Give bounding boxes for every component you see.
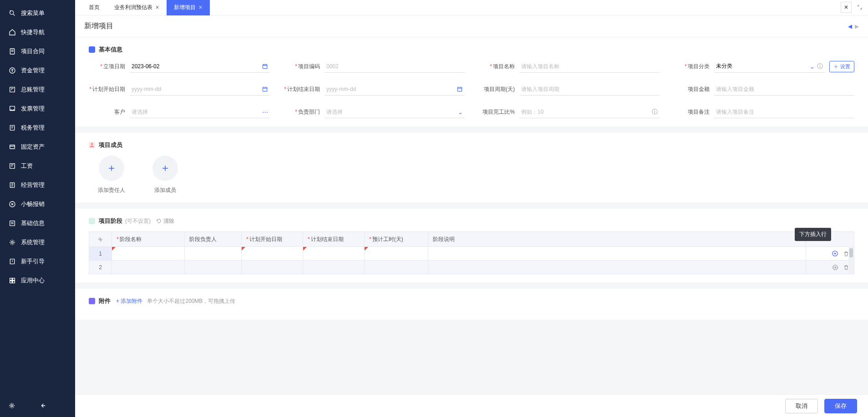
collapse-icon[interactable] [39, 402, 47, 410]
save-button[interactable]: 保存 [824, 399, 857, 413]
plan-end-input[interactable] [325, 83, 465, 95]
calendar-icon[interactable] [457, 86, 463, 92]
tab-profit-report[interactable]: 业务利润预估表 ✕ [107, 0, 167, 15]
cell-hours[interactable] [365, 261, 428, 274]
sidebar-label: 资金管理 [21, 66, 45, 75]
cell-hours[interactable] [365, 247, 428, 260]
amount-input[interactable] [714, 83, 854, 95]
cycle-input[interactable] [519, 83, 660, 95]
sidebar-item-ledger[interactable]: 总账管理 [0, 80, 75, 99]
cell-desc[interactable] [428, 247, 806, 260]
reimburse-icon [8, 200, 16, 208]
cell-stage-name[interactable] [112, 261, 185, 274]
section-basic: 基本信息 *立项日期 *项目编码 [75, 37, 868, 126]
attachment-hint: 单个大小不超过200MB，可拖拽上传 [147, 297, 235, 305]
calendar-icon[interactable] [262, 63, 268, 70]
dept-select[interactable] [325, 106, 465, 118]
expand-icon[interactable] [854, 2, 865, 13]
column-stage-name: *阶段名称 [112, 232, 185, 246]
name-input[interactable] [519, 60, 660, 73]
row-number: 1 [89, 247, 112, 260]
sidebar-item-guide[interactable]: 新手引导 [0, 252, 75, 271]
prev-record-icon[interactable]: ◀ [848, 23, 852, 30]
sidebar-item-reimburse[interactable]: 小畅报销 [0, 195, 75, 214]
sidebar-item-tax[interactable]: 税务管理 [0, 118, 75, 137]
sidebar-item-project-contract[interactable]: 项目合同 [0, 42, 75, 61]
create-date-input[interactable] [130, 60, 270, 73]
sidebar-label: 应用中心 [21, 276, 45, 285]
close-all-button[interactable]: ✕ [841, 2, 852, 13]
plan-start-input[interactable] [130, 83, 270, 95]
field-plan-start: *计划开始日期 [89, 83, 270, 95]
cell-start[interactable] [242, 247, 303, 260]
next-record-icon[interactable]: ▶ [855, 23, 859, 30]
sidebar-item-assets[interactable]: 固定资产 [0, 137, 75, 156]
cancel-button[interactable]: 取消 [785, 399, 818, 413]
add-owner-button[interactable]: 添加责任人 [98, 156, 125, 194]
cell-end[interactable] [303, 261, 365, 274]
sidebar-label: 新手引导 [21, 257, 45, 266]
cell-stage-name[interactable] [112, 247, 185, 260]
sidebar-label: 搜索菜单 [21, 9, 45, 17]
sidebar-item-invoice[interactable]: 发票管理 [0, 99, 75, 118]
close-icon[interactable]: ✕ [155, 5, 159, 10]
tab-home[interactable]: 首页 [81, 0, 107, 15]
row-number: 2 [89, 261, 112, 274]
add-member-button[interactable]: 添加成员 [152, 156, 178, 194]
column-gear[interactable] [89, 232, 112, 246]
cell-owner[interactable] [185, 247, 242, 260]
sidebar-label: 快捷导航 [21, 28, 45, 36]
cell-end[interactable] [303, 247, 365, 260]
sidebar-label: 项目合同 [21, 47, 45, 55]
sidebar-item-quicknav[interactable]: 快捷导航 [0, 23, 75, 42]
insert-row-icon[interactable] [832, 264, 838, 271]
calendar-icon[interactable] [262, 86, 268, 92]
sidebar-item-search[interactable]: 搜索菜单 [0, 4, 75, 23]
field-plan-end: *计划结束日期 [284, 83, 465, 95]
sidebar-label: 工资 [21, 162, 33, 170]
table-scrollbar[interactable] [848, 246, 854, 274]
close-icon[interactable]: ✕ [198, 5, 203, 10]
table-row[interactable]: 2 [89, 260, 854, 274]
sidebar-label: 系统管理 [21, 238, 45, 246]
field-amount: 项目金额 [673, 83, 854, 95]
help-icon[interactable]: ⓘ [652, 108, 658, 116]
progress-input[interactable] [519, 106, 660, 118]
settings-icon[interactable] [8, 402, 16, 410]
clear-stages-button[interactable]: 清除 [156, 217, 174, 225]
gear-icon [8, 238, 16, 246]
tax-icon [8, 124, 16, 132]
cell-desc[interactable] [428, 261, 806, 274]
sidebar-item-salary[interactable]: 工资 [0, 156, 75, 176]
customer-select[interactable] [130, 106, 270, 118]
sidebar-item-apps[interactable]: 应用中心 [0, 271, 75, 290]
sidebar-label: 固定资产 [21, 143, 45, 151]
help-icon[interactable]: ⓘ [817, 62, 823, 70]
chevron-down-icon[interactable]: ⌄ [810, 63, 815, 70]
category-settings-button[interactable]: 设置 [829, 61, 854, 72]
sidebar-item-system[interactable]: 系统管理 [0, 233, 75, 252]
svg-point-45 [100, 238, 101, 240]
sidebar-label: 总账管理 [21, 85, 45, 94]
doc-icon [8, 47, 16, 55]
field-category: *项目分类 ⌄ ⓘ 设置 [673, 60, 854, 73]
sidebar-item-funds[interactable]: 资金管理 [0, 61, 75, 80]
chevron-down-icon[interactable]: ⌄ [458, 109, 463, 116]
add-attachment-button[interactable]: + 添加附件 [116, 297, 142, 305]
sidebar-item-business[interactable]: 经营管理 [0, 176, 75, 195]
insert-row-icon[interactable] [832, 250, 838, 257]
sidebar-item-basic-info[interactable]: 基础信息 [0, 214, 75, 233]
remark-input[interactable] [714, 106, 854, 118]
tab-new-project[interactable]: 新增项目 ✕ [167, 0, 210, 15]
search-icon [8, 9, 16, 17]
more-icon[interactable]: ⋯ [262, 109, 268, 116]
section-attachments: 附件 + 添加附件 单个大小不超过200MB，可拖拽上传 [75, 289, 868, 320]
field-progress: 项目完工比% ⓘ [478, 106, 660, 118]
cell-owner[interactable] [185, 261, 242, 274]
table-row[interactable]: 1 [89, 246, 854, 260]
add-member-label: 添加成员 [154, 186, 176, 194]
code-input[interactable] [325, 60, 465, 73]
category-select[interactable] [714, 60, 825, 73]
apps-icon [8, 276, 16, 285]
cell-start[interactable] [242, 261, 303, 274]
